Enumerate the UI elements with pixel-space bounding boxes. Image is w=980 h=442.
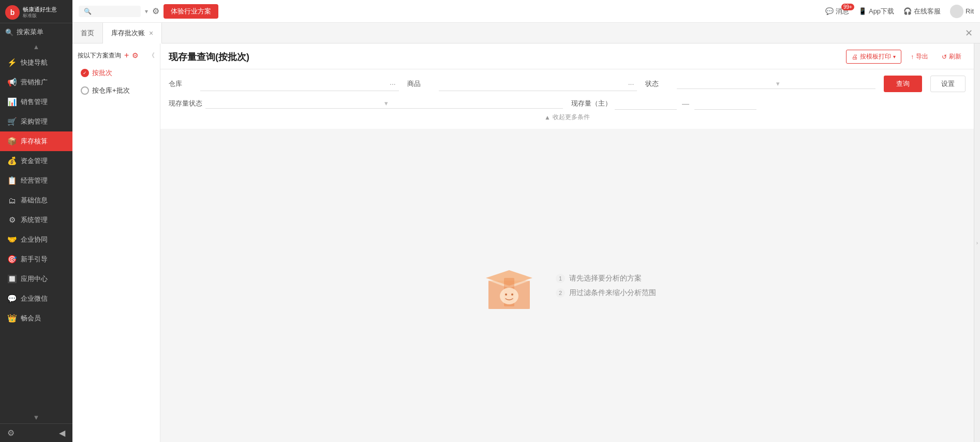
product-dots-icon[interactable]: ··· <box>628 80 634 88</box>
refresh-button[interactable]: ↺ 刷新 <box>938 50 966 63</box>
system-icon: ⚙ <box>7 215 17 225</box>
tabbar-close-button[interactable]: ✕ <box>958 27 980 39</box>
sidebar-item-system[interactable]: ⚙ 系统管理 <box>0 210 72 230</box>
quick-nav-icon: ⚡ <box>7 58 17 67</box>
left-panel-settings-icon[interactable]: ⚙ <box>132 51 139 60</box>
sidebar-item-basic[interactable]: 🗂 基础信息 <box>0 190 72 210</box>
status-chevron-icon: ▾ <box>776 80 872 87</box>
product-label: 商品 <box>407 79 436 89</box>
warehouse-field: 仓库 ··· <box>169 77 399 91</box>
sidebar-item-finance[interactable]: 💰 资金管理 <box>0 151 72 171</box>
search-icon: 🔍 <box>5 28 13 36</box>
filter-row-2: 现存量状态 ▾ 现存量（主） — <box>169 97 966 110</box>
trial-button[interactable]: 体验行业方案 <box>164 4 218 19</box>
sidebar-item-purchase[interactable]: 🛒 采购管理 <box>0 112 72 131</box>
stock-quantity-label: 现存量（主） <box>571 99 612 108</box>
sidebar-item-inventory[interactable]: 📦 库存核算 <box>0 131 72 151</box>
left-panel-item-by-batch[interactable]: ✓ 按批次 <box>72 64 160 82</box>
export-icon: ↑ <box>911 53 914 61</box>
sidebar-footer: ⚙ ◀ <box>0 423 72 442</box>
inventory-icon: 📦 <box>7 137 17 146</box>
app-download-button[interactable]: 📱 App下载 <box>858 7 894 16</box>
messages-button[interactable]: 💬 消息 99+ <box>825 7 849 16</box>
topbar-settings-icon[interactable]: ⚙ <box>152 6 159 16</box>
warehouse-dots-icon[interactable]: ··· <box>390 80 396 88</box>
tab-home[interactable]: 首页 <box>72 23 103 43</box>
sidebar-nav: ⚡ 快捷导航 📢 营销推广 📊 销售管理 🛒 采购管理 📦 库存核算 💰 资金管… <box>0 53 72 411</box>
messages-icon: 💬 <box>825 7 834 15</box>
page-title: 现存量查询(按批次) <box>169 51 249 63</box>
svg-point-3 <box>505 293 507 296</box>
tabbar: 首页 库存批次账 × ✕ <box>72 23 980 43</box>
enterprise-icon: 🤝 <box>7 235 17 244</box>
left-panel-item-by-warehouse-batch[interactable]: 按仓库+批次 <box>72 82 160 99</box>
online-service-button[interactable]: 🎧 在线客服 <box>903 7 941 16</box>
sidebar-settings-icon[interactable]: ⚙ <box>7 428 14 438</box>
sidebar-collapse-icon[interactable]: ◀ <box>59 428 65 438</box>
hint-num-1: 1 <box>556 274 565 283</box>
right-collapse-handle[interactable]: › <box>974 43 980 442</box>
page-actions: 🖨 按模板打印 ▾ ↑ 导出 ↺ 刷新 <box>846 50 966 64</box>
app-logo: b 畅康通好生意 标准版 <box>0 0 72 23</box>
left-panel-add-icon[interactable]: + <box>124 51 129 60</box>
sidebar-scroll-up[interactable]: ▲ <box>0 41 72 53</box>
sidebar-item-appcenter[interactable]: 🔲 应用中心 <box>0 269 72 289</box>
settings-button[interactable]: 设置 <box>930 76 966 92</box>
user-profile[interactable]: Rit <box>950 5 974 18</box>
filter-collapse-button[interactable]: ▲ 收起更多条件 <box>169 110 966 123</box>
tab-close-icon[interactable]: × <box>149 29 153 37</box>
sidebar: b 畅康通好生意 标准版 🔍 搜索菜单 ▲ ⚡ 快捷导航 📢 营销推广 📊 销售… <box>0 0 72 442</box>
print-button[interactable]: 🖨 按模板打印 ▾ <box>846 50 901 64</box>
topbar-dropdown-icon[interactable]: ▾ <box>145 8 148 15</box>
tab-inventory-batch[interactable]: 库存批次账 × <box>103 23 162 43</box>
sidebar-scroll-down[interactable]: ▼ <box>0 411 72 423</box>
warehouse-input-wrapper[interactable]: ··· <box>200 77 399 91</box>
filter-area: 仓库 ··· 商品 ··· <box>160 69 974 129</box>
status-select-wrapper[interactable]: ▾ <box>677 79 875 89</box>
sidebar-item-sales[interactable]: 📊 销售管理 <box>0 92 72 112</box>
sidebar-item-enterprise[interactable]: 🤝 企业协同 <box>0 230 72 249</box>
sidebar-item-quick-nav[interactable]: ⚡ 快捷导航 <box>0 53 72 72</box>
left-panel-header: 按以下方案查询 + ⚙ 《 <box>72 49 160 64</box>
main-area: 🔍 ▾ ⚙ 体验行业方案 💬 消息 99+ 📱 App下载 🎧 在线客服 Ri <box>72 0 980 442</box>
svg-point-4 <box>511 293 513 296</box>
sidebar-item-marketing[interactable]: 📢 营销推广 <box>0 72 72 92</box>
warehouse-input[interactable] <box>203 78 388 90</box>
product-input-wrapper[interactable]: ··· <box>439 77 637 91</box>
stock-status-field: 现存量状态 ▾ <box>169 98 563 109</box>
topbar-search-bar[interactable]: 🔍 <box>79 6 141 17</box>
hint-num-2: 2 <box>556 288 565 298</box>
sales-icon: 📊 <box>7 97 17 107</box>
left-panel: 按以下方案查询 + ⚙ 《 ✓ 按批次 按仓库+批次 <box>72 43 160 442</box>
status-field: 状态 ▾ <box>645 79 875 89</box>
content-area: 按以下方案查询 + ⚙ 《 ✓ 按批次 按仓库+批次 现存量查询(按批次) <box>72 43 980 442</box>
sidebar-item-operations[interactable]: 📋 经营管理 <box>0 171 72 190</box>
sidebar-item-wechat[interactable]: 💬 企业微信 <box>0 289 72 308</box>
collapse-up-icon: ▲ <box>544 114 551 121</box>
stock-status-select-wrapper[interactable]: ▾ <box>205 98 563 109</box>
sidebar-search[interactable]: 🔍 搜索菜单 <box>0 23 72 41</box>
logo-text: 畅康通好生意 标准版 <box>23 6 57 19</box>
filter-row-1: 仓库 ··· 商品 ··· <box>169 76 966 92</box>
hint-2: 2 用过滤条件来缩小分析范围 <box>556 288 656 298</box>
stock-quantity-to[interactable] <box>694 97 756 110</box>
status-label: 状态 <box>645 79 674 89</box>
member-icon: 👑 <box>7 314 17 323</box>
product-field: 商品 ··· <box>407 77 637 91</box>
stock-status-label: 现存量状态 <box>169 99 202 108</box>
empty-state: 1 请先选择要分析的方案 2 用过滤条件来缩小分析范围 <box>160 129 974 442</box>
print-dropdown-icon[interactable]: ▾ <box>893 54 896 60</box>
warehouse-label: 仓库 <box>169 79 197 89</box>
query-button[interactable]: 查询 <box>884 76 922 92</box>
stock-quantity-from[interactable] <box>615 97 677 110</box>
empty-hints: 1 请先选择要分析的方案 2 用过滤条件来缩小分析范围 <box>556 274 656 298</box>
topbar-left: 🔍 ▾ ⚙ 体验行业方案 <box>79 4 821 19</box>
sidebar-item-newbie[interactable]: 🎯 新手引导 <box>0 249 72 269</box>
sidebar-item-member[interactable]: 👑 畅会员 <box>0 308 72 328</box>
export-button[interactable]: ↑ 导出 <box>907 50 932 63</box>
product-input[interactable] <box>442 78 626 90</box>
refresh-icon: ↺ <box>942 53 947 61</box>
left-panel-collapse-icon[interactable]: 《 <box>149 51 155 60</box>
logo-icon: b <box>5 5 20 20</box>
topbar-right: 💬 消息 99+ 📱 App下载 🎧 在线客服 Rit <box>825 5 974 18</box>
